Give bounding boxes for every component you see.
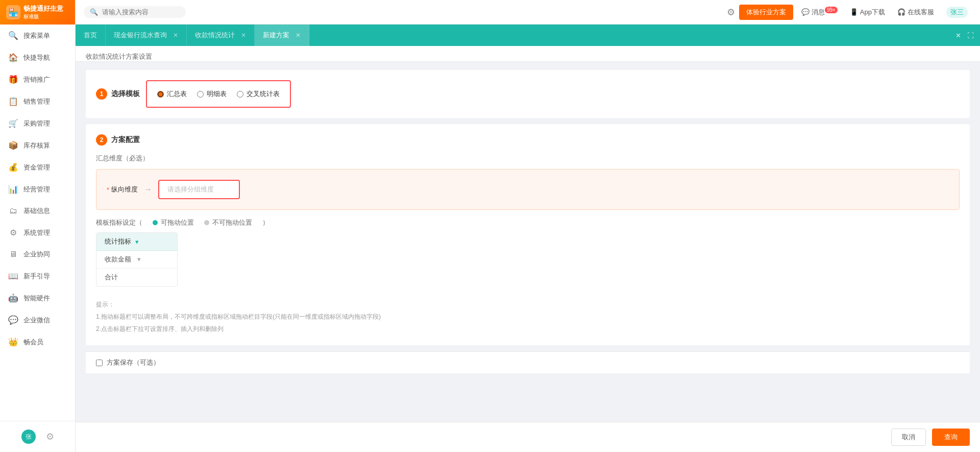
- step2-badge: 2: [96, 134, 107, 146]
- user-btn[interactable]: 张三: [942, 5, 972, 20]
- sidebar-nav: 🔍 搜索菜单 🏠 快捷导航 🎁 营销推广 📋 销售管理 🛒 采购管理 📦 库存核…: [0, 25, 75, 421]
- sidebar-item-guide[interactable]: 📖 新手引导: [0, 265, 75, 287]
- tab-bank-flow[interactable]: 现金银行流水查询 ✕: [106, 25, 187, 46]
- sidebar-label-cooperation: 企业协同: [23, 250, 50, 259]
- settings-icon[interactable]: ⚙: [727, 7, 735, 18]
- user-name: 张三: [946, 7, 968, 18]
- cooperation-icon: 🖥: [8, 250, 18, 259]
- sidebar-item-purchase[interactable]: 🛒 采购管理: [0, 112, 75, 134]
- cancel-button[interactable]: 取消: [891, 429, 926, 446]
- metrics-cell-receipt-label: 收款金额: [105, 255, 131, 263]
- download-btn[interactable]: 📱 App下载: [846, 6, 889, 19]
- radio-cross[interactable]: 交叉统计表: [237, 89, 280, 99]
- sidebar-item-sales[interactable]: 📋 销售管理: [0, 90, 75, 112]
- user-avatar: 张: [21, 430, 36, 444]
- metrics-table: 统计指标 ▾ 收款金额 ▾ 合计: [96, 232, 178, 287]
- required-dimension-label: * 纵向维度: [107, 185, 138, 194]
- template-options: 汇总表 明细表 交叉统计表: [146, 80, 291, 108]
- tab-home[interactable]: 首页: [76, 25, 106, 46]
- dimension-row: * 纵向维度 → 请选择分组维度: [107, 180, 949, 199]
- radio-detail[interactable]: 明细表: [197, 89, 227, 99]
- sidebar-item-marketing[interactable]: 🎁 营销推广: [0, 68, 75, 90]
- sidebar: 🏪 畅捷通好生意 标准版 🔍 搜索菜单 🏠 快捷导航 🎁 营销推广 📋 销售管理…: [0, 0, 76, 452]
- draggable-dot: [153, 220, 158, 225]
- logo-name: 畅捷通好生意: [23, 4, 63, 13]
- tab-new-plan[interactable]: 新建方案 ✕: [255, 25, 309, 46]
- settings-icon2[interactable]: ⚙: [46, 431, 54, 442]
- step2-section: 2 方案配置 汇总维度（必选） * 纵向维度 → 请选择分组维度: [86, 124, 970, 345]
- bottom-bar: 取消 查询: [76, 422, 980, 452]
- edition-badge: 标准版: [23, 13, 63, 20]
- sidebar-label-search-menu: 搜索菜单: [23, 31, 50, 40]
- sidebar-item-cooperation[interactable]: 🖥 企业协同: [0, 244, 75, 265]
- service-label: 在线客服: [908, 8, 934, 17]
- wechat-icon: 💬: [8, 315, 18, 325]
- metrics-cell-dropdown[interactable]: ▾: [137, 255, 141, 263]
- logo-icon: 🏪: [6, 5, 20, 19]
- sidebar-item-search-menu[interactable]: 🔍 搜索菜单: [0, 25, 75, 46]
- metrics-label-start: 模板指标设定（: [96, 218, 142, 227]
- step1-badge: 1: [96, 88, 107, 100]
- quick-nav-icon: 🏠: [8, 53, 18, 62]
- search-menu-icon: 🔍: [8, 31, 18, 40]
- metrics-cell-total-label: 合计: [105, 273, 118, 281]
- sidebar-item-inventory[interactable]: 📦 库存核算: [0, 134, 75, 156]
- save-checkbox[interactable]: [96, 360, 103, 366]
- metrics-dropdown-icon[interactable]: ▾: [135, 238, 139, 246]
- radio-summary[interactable]: 汇总表: [157, 89, 187, 99]
- sidebar-label-wechat: 企业微信: [23, 316, 50, 325]
- sidebar-item-wechat[interactable]: 💬 企业微信: [0, 309, 75, 331]
- sidebar-label-basic: 基础信息: [23, 206, 50, 216]
- tabbar: 首页 现金银行流水查询 ✕ 收款情况统计 ✕ 新建方案 ✕ ✕ ⛶: [76, 25, 980, 46]
- topbar: 🔍 ⚙ 体验行业方案 💬 消息 99+ 📱 App下载 🎧 在线客服 张三: [76, 0, 980, 25]
- non-draggable-label: 不可拖动位置: [212, 218, 252, 227]
- sidebar-item-operation[interactable]: 📊 经营管理: [0, 178, 75, 200]
- metrics-table-header-label: 统计指标: [105, 237, 131, 246]
- sidebar-item-hardware[interactable]: 🤖 智能硬件: [0, 287, 75, 309]
- radio-detail-label: 明细表: [207, 89, 227, 99]
- tips-section: 提示： 1.拖动标题栏可以调整布局，不可跨维度或指标区域拖动栏目字段(只能在同一…: [96, 298, 960, 335]
- download-label: App下载: [860, 8, 885, 17]
- dimension-select[interactable]: 请选择分组维度: [158, 180, 240, 199]
- sales-icon: 📋: [8, 97, 18, 106]
- expand-window-icon[interactable]: ⛶: [967, 32, 974, 39]
- step1-title: 选择模板: [111, 89, 140, 99]
- tab-receipt-stats-close[interactable]: ✕: [241, 32, 246, 39]
- search-input[interactable]: [102, 8, 174, 16]
- query-button[interactable]: 查询: [932, 429, 970, 446]
- system-icon: ⚙: [8, 228, 18, 237]
- metrics-cell-receipt: 收款金额 ▾: [96, 251, 177, 268]
- breadcrumb: 收款情况统计方案设置: [86, 53, 152, 60]
- radio-detail-input[interactable]: [197, 91, 204, 98]
- radio-cross-input[interactable]: [237, 91, 243, 98]
- tab-new-plan-close[interactable]: ✕: [296, 32, 301, 39]
- sidebar-label-member: 畅会员: [23, 338, 43, 347]
- message-label: 消息: [812, 8, 825, 17]
- sidebar-item-system[interactable]: ⚙ 系统管理: [0, 222, 75, 244]
- sidebar-item-quick-nav[interactable]: 🏠 快捷导航: [0, 46, 75, 68]
- search-bar[interactable]: 🔍: [84, 6, 186, 18]
- sidebar-label-operation: 经营管理: [23, 185, 50, 194]
- sidebar-item-member[interactable]: 👑 畅会员: [0, 331, 75, 353]
- metrics-section: 模板指标设定（ 可拖动位置 不可拖动位置 ） 统计指标: [96, 218, 960, 288]
- close-window-icon[interactable]: ✕: [955, 32, 961, 39]
- sidebar-bottom-icons[interactable]: 张 ⚙: [0, 425, 75, 448]
- purchase-icon: 🛒: [8, 118, 18, 128]
- tip-item-2: 2.点击标题栏下拉可设置排序、插入列和删除列: [96, 325, 224, 332]
- industry-btn[interactable]: 体验行业方案: [739, 5, 793, 20]
- service-btn[interactable]: 🎧 在线客服: [893, 6, 938, 19]
- topbar-actions: ⚙ 体验行业方案 💬 消息 99+ 📱 App下载 🎧 在线客服 张三: [727, 5, 972, 20]
- basic-icon: 🗂: [8, 206, 18, 216]
- radio-summary-input[interactable]: [157, 91, 164, 98]
- tab-bank-flow-close[interactable]: ✕: [173, 32, 178, 39]
- tab-receipt-stats[interactable]: 收款情况统计 ✕: [187, 25, 255, 46]
- dimension-area: * 纵向维度 → 请选择分组维度: [96, 169, 960, 210]
- required-star: *: [107, 186, 109, 194]
- marketing-icon: 🎁: [8, 75, 18, 84]
- step2-title: 方案配置: [111, 135, 140, 145]
- sidebar-label-hardware: 智能硬件: [23, 294, 50, 303]
- sidebar-item-basic[interactable]: 🗂 基础信息: [0, 200, 75, 222]
- operation-icon: 📊: [8, 184, 18, 194]
- message-btn[interactable]: 💬 消息 99+: [797, 6, 842, 19]
- sidebar-item-finance[interactable]: 💰 资金管理: [0, 156, 75, 178]
